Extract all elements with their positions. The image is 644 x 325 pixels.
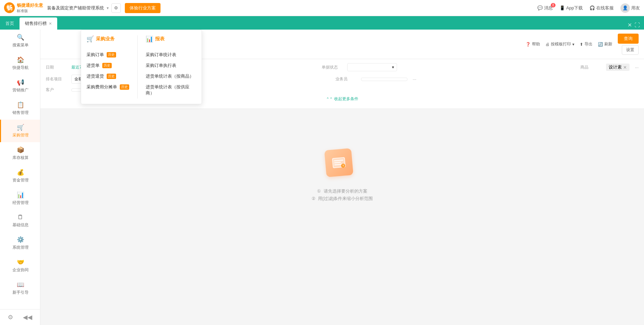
tab-home[interactable]: 首页 (0, 17, 20, 30)
sidebar-item-cooperation[interactable]: 🤝 企业协同 (0, 254, 40, 277)
app-download-button[interactable]: 📱 App下载 (560, 5, 583, 11)
avatar: 👤 (620, 3, 630, 13)
collapse-up-icon: ⌃⌃ (326, 97, 333, 101)
goods-tag-close-icon[interactable]: ✕ (623, 65, 627, 70)
industry-button[interactable]: 体验行业方案 (125, 3, 160, 13)
sidebar-item-finance[interactable]: 💰 资金管理 (0, 165, 40, 187)
logo-text: 畅捷通好生意 标准版 (17, 2, 43, 14)
chevron-down-icon: ▾ (392, 65, 394, 70)
voucher-status-select[interactable]: ▾ (347, 63, 397, 71)
rank-label: 排名项目 (46, 76, 66, 82)
online-service-button[interactable]: 🎧 在线客服 (589, 5, 614, 11)
cooperation-icon: 🤝 (17, 258, 24, 266)
salesman-label: 业务员 (335, 76, 356, 82)
sidebar-item-operation[interactable]: 📊 经营管理 (0, 187, 40, 210)
search-icon: 🔍 (17, 34, 24, 41)
logo-area: 畅 畅捷通好生意 标准版 (4, 2, 44, 14)
export-button[interactable]: ⬆ 导出 (580, 41, 593, 47)
hist-badge: 历史 (102, 63, 112, 68)
sidebar-item-guide[interactable]: 📖 新手引导 (0, 277, 40, 299)
collapse-sidebar-icon[interactable]: ◀◀ (23, 314, 32, 321)
goods-label: 商品 (580, 65, 601, 70)
customer-label: 客户 (46, 87, 66, 93)
collapse-button[interactable]: ⌃⌃ 收起更多条件 (326, 96, 358, 102)
settings-bottom-icon[interactable]: ⚙ (8, 314, 13, 321)
salesman-more-icon[interactable]: ··· (413, 77, 417, 82)
sidebar-bottom: ⚙ ◀◀ (0, 309, 40, 325)
empty-hint-1: ① 请先选择要分析的方案 (317, 188, 367, 194)
salesman-select[interactable] (361, 78, 407, 81)
system-title: 装备及固定资产辅助管理系统 ▾ (47, 5, 109, 11)
basic-info-icon: 🗒 (17, 214, 24, 221)
sidebar-item-purchase[interactable]: 🛒 采购管理 (0, 120, 40, 142)
svg-text:?: ? (342, 164, 344, 167)
purchase-column: 🛒 采购业务 采购订单 历史 进货单 历史 进货退货 历史 (86, 35, 138, 98)
menu-item-purchase-order-stats[interactable]: 采购订单统计表 (146, 49, 196, 60)
empty-hint-2: ② 用[过滤]条件来缩小分析范围 (312, 196, 373, 202)
hist-badge: 历史 (120, 84, 129, 90)
report-header-icon: 📊 (146, 35, 153, 43)
message-badge: 8 (551, 3, 556, 7)
purchase-header-icon: 🛒 (86, 35, 94, 43)
tab-bar-right: ✕ ⛶ (628, 22, 644, 30)
query-button[interactable]: 查询 (618, 34, 639, 44)
print-arrow-icon: ▾ (572, 42, 574, 47)
sidebar-item-inventory[interactable]: 📦 库存核算 (0, 142, 40, 165)
menu-item-stock-in[interactable]: 进货单 历史 (86, 60, 137, 71)
logo-icon: 畅 (4, 2, 15, 13)
dropdown-arrow-icon[interactable]: ▾ (107, 6, 109, 10)
tab-bar: 首页 销售排行榜 ✕ ✕ ⛶ (0, 16, 644, 30)
sidebar-item-system[interactable]: ⚙️ 系统管理 (0, 232, 40, 254)
message-button[interactable]: 💬 消息 8 (537, 5, 553, 11)
menu-item-stock-return[interactable]: 进货退货 历史 (86, 71, 137, 82)
help-icon: ❓ (526, 42, 531, 47)
sidebar-item-marketing[interactable]: 📢 营销推广 (0, 75, 40, 97)
message-icon: 💬 (537, 5, 543, 10)
header-right: 💬 消息 8 📱 App下载 🎧 在线客服 👤 用友 (537, 3, 640, 13)
system-icon: ⚙️ (17, 236, 24, 243)
print-icon: 🖨 (545, 42, 549, 47)
settings-icon[interactable]: ⚙ (111, 3, 121, 13)
tab-maximize-icon[interactable]: ⛶ (635, 22, 640, 28)
print-button[interactable]: 🖨 按模板打印 ▾ (545, 41, 574, 47)
help-button[interactable]: ❓ 帮助 (526, 41, 540, 47)
voucher-status-label: 单据状态 (322, 65, 342, 70)
sidebar: 🔍 搜索菜单 🏠 快捷导航 📢 营销推广 📋 销售管理 🛒 采购管理 📦 库存核… (0, 30, 40, 325)
hist-badge: 历史 (107, 74, 116, 79)
operation-icon: 📊 (17, 191, 24, 199)
inventory-icon: 📦 (17, 146, 24, 154)
date-label: 日期 (46, 65, 66, 70)
user-menu-button[interactable]: 👤 用友 (620, 3, 640, 13)
tab-close-all-icon[interactable]: ✕ (628, 22, 632, 28)
settings-button[interactable]: 设置 (622, 45, 639, 55)
sales-icon: 📋 (17, 101, 24, 109)
empty-icon-inner: ? (324, 148, 354, 177)
sidebar-item-search[interactable]: 🔍 搜索菜单 (0, 30, 40, 52)
goods-more-icon[interactable]: ··· (635, 65, 639, 70)
refresh-button[interactable]: 🔄 刷新 (598, 41, 612, 47)
goods-tag: 设计素 ✕ (606, 64, 630, 71)
menu-item-purchase-order-exec[interactable]: 采购订单执行表 (146, 60, 196, 71)
headset-icon: 🎧 (589, 5, 595, 10)
sidebar-item-quick-nav[interactable]: 🏠 快捷导航 (0, 52, 40, 75)
purchase-dropdown-menu: 🛒 采购业务 采购订单 历史 进货单 历史 进货退货 历史 (81, 30, 202, 104)
main-layout: 🔍 搜索菜单 🏠 快捷导航 📢 营销推广 📋 销售管理 🛒 采购管理 📦 库存核… (0, 30, 644, 325)
top-header: 畅 畅捷通好生意 标准版 装备及固定资产辅助管理系统 ▾ ⚙ 体验行业方案 💬 … (0, 0, 644, 16)
tab-close-icon[interactable]: ✕ (49, 22, 52, 26)
menu-item-purchase-order[interactable]: 采购订单 历史 (86, 49, 137, 60)
marketing-icon: 📢 (17, 79, 24, 86)
empty-state: ? ① 请先选择要分析的方案 ② 用[过滤]条件来缩小分析范围 (40, 109, 644, 243)
menu-item-stock-stats-by-supplier[interactable]: 进货单统计表（按供应商） (146, 82, 196, 98)
dropdown-columns: 🛒 采购业务 采购订单 历史 进货单 历史 进货退货 历史 (86, 35, 196, 98)
guide-icon: 📖 (17, 281, 24, 288)
tab-sales-rank[interactable]: 销售排行榜 ✕ (20, 17, 57, 30)
menu-item-stock-stats-by-goods[interactable]: 进货单统计表（按商品） (146, 71, 196, 82)
sidebar-item-basic-info[interactable]: 🗒 基础信息 (0, 210, 40, 232)
menu-item-purchase-expense[interactable]: 采购费用分摊单 历史 (86, 82, 137, 92)
hist-badge: 历史 (107, 52, 116, 57)
sidebar-item-sales[interactable]: 📋 销售管理 (0, 97, 40, 120)
finance-icon: 💰 (17, 169, 24, 176)
report-column-header: 📊 报表 (146, 35, 196, 45)
report-column: 📊 报表 采购订单统计表 采购订单执行表 进货单统计表（按商品） 进货单统计表（… (146, 35, 196, 98)
export-icon: ⬆ (580, 42, 583, 47)
